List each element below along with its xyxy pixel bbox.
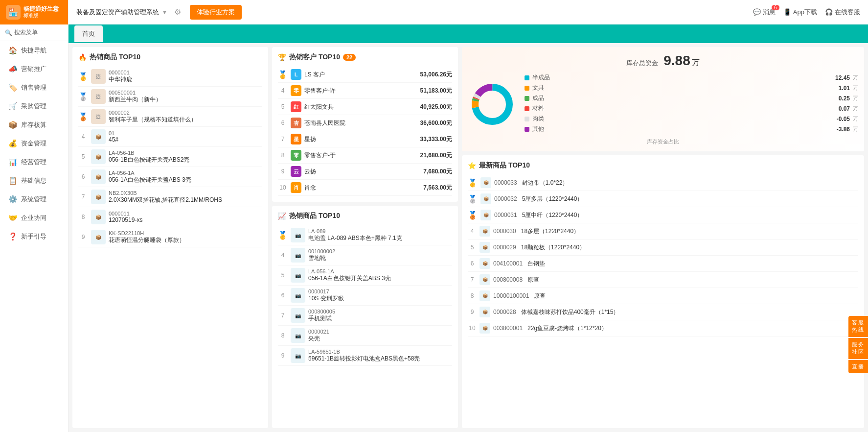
- experience-button[interactable]: 体验行业方案: [190, 5, 242, 20]
- product-name: 056-1A白色按键开关盖ABS 3壳: [109, 176, 262, 184]
- product-info: LA-056-1A 056-1A白色按键开关盖ABS 3壳: [308, 268, 452, 283]
- product-code: LA-089: [308, 228, 452, 234]
- new-product-item: 8 📦 10000100001 原查: [468, 288, 858, 304]
- hot-products-list: 🥇 🖼 0000001 中华神鹿 🥈 🖼 000500001 新西兰牛肉（新牛）…: [78, 67, 262, 247]
- customer-service-button[interactable]: 客服热线: [848, 316, 868, 337]
- sidebar-item-label: 资金管理: [21, 139, 46, 148]
- system-icon: ⚙️: [8, 195, 17, 204]
- product-info: 0000001 中华神鹿: [109, 70, 262, 84]
- app-download-button[interactable]: 📱 App下载: [783, 8, 817, 17]
- customer-name: 零售客户-许: [304, 87, 420, 95]
- hot-product-item: 4 📦 01 45#: [78, 127, 262, 147]
- live-broadcast-button[interactable]: 直播: [848, 360, 868, 373]
- legend-label: 其他: [532, 125, 834, 133]
- sidebar-item-operation[interactable]: 📊 经营管理: [0, 153, 68, 171]
- legend-value: -0.05: [837, 116, 850, 122]
- product-code: 001000002: [308, 248, 452, 254]
- product-name: 45#: [109, 136, 262, 143]
- settings-icon[interactable]: ⚙: [174, 7, 181, 17]
- trending-product-item: 6 📷 0000017 10S 变刑罗猴: [278, 286, 452, 306]
- product-thumb: 📦: [480, 274, 490, 285]
- new-product-item: 🥈 📦 0000032 5厘多层（1220*2440）: [468, 191, 858, 207]
- left-panel: 🔥 热销商品 TOP10 🥇 🖼 0000001 中华神鹿 🥈 🖼 000500…: [72, 47, 268, 428]
- legend-item: 成品 0.25 万: [525, 94, 858, 102]
- trending-product-item: 5 📷 LA-056-1A 056-1A白色按键开关盖ABS 3壳: [278, 265, 452, 286]
- product-code: 0000011: [109, 211, 262, 216]
- product-thumb: 📦: [480, 242, 490, 253]
- messages-button[interactable]: 💬 消息 6: [753, 8, 776, 17]
- customer-amount: 36,600.00元: [420, 119, 452, 127]
- sidebar-item-finance[interactable]: 💰 资金管理: [0, 134, 68, 153]
- product-code: 003800001: [493, 325, 523, 332]
- customer-avatar: L: [291, 69, 301, 80]
- legend-unit: 万: [853, 115, 858, 122]
- trending-product-item: 8 📷 0000021 夹壳: [278, 326, 452, 346]
- sidebar-item-label: 销售管理: [21, 83, 46, 92]
- inventory-total: 库存总资金 9.88 万: [468, 53, 858, 69]
- legend-value: -3.86: [837, 126, 850, 133]
- app-download-label: App下载: [793, 8, 817, 17]
- hot-product-item: 🥉 🖼 0000002 智利车子里（规格不知道填什么）: [78, 107, 262, 127]
- rank-number: 5: [468, 244, 477, 251]
- product-code: 01: [109, 130, 262, 136]
- rank-number: 10: [468, 325, 477, 332]
- sidebar-item-label: 经营管理: [21, 158, 46, 167]
- trending-product-item: 4 📷 001000002 雪地靴: [278, 245, 452, 265]
- customer-avatar: 红: [291, 101, 301, 112]
- rank-number: 7: [468, 276, 477, 283]
- product-name: 59651-1B旋转投影灯电池盒ABS黑色+58壳: [308, 355, 452, 363]
- sidebar-item-quicknav[interactable]: 🏠 快捷导航: [0, 41, 68, 60]
- customer-amount: 7,680.00元: [423, 168, 452, 176]
- sidebar-item-purchase[interactable]: 🛒 采购管理: [0, 97, 68, 116]
- product-info: NB2.0X30B 2.0X30MM双搓花轴,搓花直径2.1MM/ROHS: [109, 190, 262, 204]
- sidebar-item-system[interactable]: ⚙️ 系统管理: [0, 190, 68, 209]
- customer-name: 零售客户-于: [304, 151, 420, 160]
- product-thumb: 📷: [291, 308, 305, 323]
- sidebar-item-enterprise[interactable]: 🤝 企业协同: [0, 209, 68, 227]
- customer-amount: 21,680.00元: [420, 151, 452, 160]
- hot-product-item: 7 📦 NB2.0X30B 2.0X30MM双搓花轴,搓花直径2.1MM/ROH…: [78, 187, 262, 207]
- product-info: 0000011 12070519-xs: [109, 211, 262, 223]
- product-code: 0000029: [493, 244, 516, 251]
- service-community-button[interactable]: 服务社区: [848, 338, 868, 359]
- rank-number: 6: [468, 260, 477, 267]
- product-thumb: 📷: [291, 268, 305, 283]
- legend-item: 肉类 -0.05 万: [525, 115, 858, 123]
- product-code: 000800005: [308, 309, 452, 314]
- product-code: LA-59651-1B: [308, 349, 452, 355]
- hot-product-item: 8 📦 0000011 12070519-xs: [78, 207, 262, 227]
- legend-item: 半成品 12.45 万: [525, 73, 858, 82]
- product-thumb: 🖼: [91, 109, 106, 124]
- product-info: KK-SD22110H 花语萌恒温分腿睡袋（厚款）: [109, 230, 262, 244]
- product-name: 智利车子里（规格不知道填什么）: [109, 116, 262, 124]
- trending-products-list: 🥇 📷 LA-089 电池盖 LA-089 ABS本色+黑种 7.1克 4 📷 …: [278, 225, 452, 366]
- product-info: 01 45#: [109, 130, 262, 143]
- customer-amount: 51,183.00元: [420, 87, 452, 95]
- product-code: LA-056-1A: [308, 268, 452, 274]
- float-buttons: 客服热线 服务社区 直播: [848, 316, 868, 373]
- system-selector[interactable]: 装备及固定资产辅助管理系统 ▼: [76, 8, 167, 17]
- product-thumb: 📦: [480, 258, 490, 269]
- sidebar-item-sales[interactable]: 🏷️ 销售管理: [0, 78, 68, 97]
- sidebar-item-inventory[interactable]: 📦 库存核算: [0, 116, 68, 134]
- product-name: 5厘中纤（1220*2440）: [522, 211, 858, 219]
- product-info: 001000002 雪地靴: [308, 248, 452, 263]
- product-thumb: 📷: [291, 328, 305, 343]
- donut-container: 半成品 12.45 万 文具 1.01 万 成品 0.25 万 材料 0.07 …: [468, 73, 858, 135]
- sidebar-item-label: 营销推广: [21, 65, 46, 73]
- sidebar-item-basicinfo[interactable]: 📋 基础信息: [0, 171, 68, 190]
- sidebar-search[interactable]: 🔍 搜索菜单: [0, 24, 68, 41]
- messages-badge: 6: [772, 5, 779, 10]
- new-products-list: 🥇 📦 0000033 封边带（1.0*22） 🥈 📦 0000032 5厘多层…: [468, 175, 858, 336]
- legend-label: 半成品: [532, 73, 832, 82]
- sidebar-item-newguide[interactable]: ❓ 新手引导: [0, 227, 68, 246]
- tab-home[interactable]: 首页: [74, 25, 103, 42]
- finance-icon: 💰: [8, 139, 17, 148]
- topbar: 装备及固定资产辅助管理系统 ▼ ⚙ 体验行业方案 💬 消息 6 📱 App下载 …: [69, 0, 868, 24]
- legend-dot: [525, 106, 529, 111]
- legend-dot: [525, 96, 529, 101]
- product-thumb: 📷: [291, 248, 305, 263]
- customer-list-item: 6 杏 苍南县人民医院 36,600.00元: [278, 115, 452, 131]
- online-service-button[interactable]: 🎧 在线客服: [825, 8, 860, 17]
- sidebar-item-marketing[interactable]: 📣 营销推广: [0, 60, 68, 78]
